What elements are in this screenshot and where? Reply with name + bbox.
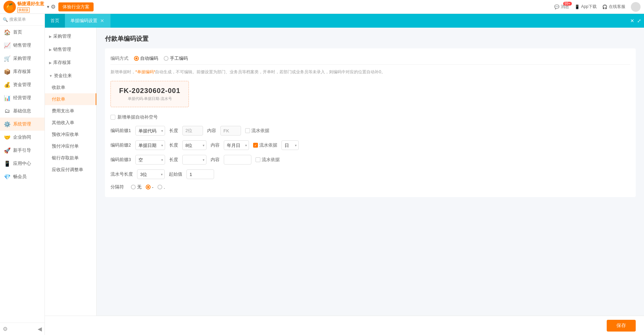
capital-arrow: ▼	[49, 74, 52, 78]
sidebar-search[interactable]: 🔍 搜索菜单	[0, 14, 45, 26]
inventory-arrow: ▶	[49, 61, 52, 65]
sep-dash[interactable]: -	[146, 185, 153, 190]
radio-auto-circle	[134, 56, 139, 61]
sidebar-item-home[interactable]: 🏠 首页	[0, 26, 45, 39]
sidebar-item-corp[interactable]: 🤝 企业协同	[0, 131, 45, 144]
app-icon: 📱	[575, 4, 580, 9]
sidebar-item-sales[interactable]: 📈 销售管理	[0, 39, 45, 52]
sub-item-payment[interactable]: 付款单	[45, 93, 96, 105]
serial-length-wrapper: 3位 4位 5位 6位 ▾	[137, 169, 165, 179]
sep-dot-circle	[157, 185, 162, 189]
trial-button[interactable]: 体验行业方案	[58, 2, 94, 11]
service-icon: 🎧	[602, 4, 607, 9]
tab-home[interactable]: 首页	[45, 14, 65, 28]
prefix3-select-wrapper: 空 单据代码 部门 业务员 ▾	[135, 155, 165, 165]
sidebar-item-member[interactable]: 💎 畅会员	[0, 170, 45, 183]
prefix2-select[interactable]: 单据日期 部门 业务员 空	[135, 140, 165, 150]
prefix2-flowing-checkbox[interactable]: ✓	[253, 143, 258, 148]
tab-encoding[interactable]: 单据编码设置 ✕	[65, 14, 110, 28]
sub-group-inventory-header[interactable]: ▶ 库存核算	[45, 57, 96, 68]
message-icon: 💬	[554, 4, 559, 9]
prefix1-content-input	[220, 126, 241, 136]
save-button[interactable]: 保存	[607, 320, 636, 332]
prefix3-length-select[interactable]	[182, 155, 206, 165]
sub-group-sales-header[interactable]: ▶ 销售管理	[45, 44, 96, 55]
radio-manual[interactable]: 手工编码	[164, 55, 188, 62]
tabbar-fullscreen-btn[interactable]: ⤢	[637, 18, 641, 24]
sidebar-item-inventory[interactable]: 📦 库存核算	[0, 65, 45, 78]
sidebar-item-purchase[interactable]: 🛒 采购管理	[0, 52, 45, 65]
tab-close-btn[interactable]: ✕	[99, 18, 105, 24]
prefix2-select-wrapper: 单据日期 部门 业务员 空 ▾	[135, 140, 165, 150]
guide-icon: 🚀	[4, 147, 10, 153]
serial-length-select[interactable]: 3位 4位 5位 6位	[137, 169, 165, 179]
auto-fill-checkbox[interactable]	[110, 115, 115, 120]
sidebar-item-guide[interactable]: 🚀 新手引导	[0, 144, 45, 157]
right-panel: 首页 单据编码设置 ✕ ✕ ⤢ ▶ 采购管理	[45, 14, 644, 335]
sidebar-item-apps[interactable]: 📱 应用中心	[0, 157, 45, 170]
prefix3-flowing: 流水依据	[256, 157, 280, 163]
prefix3-length-wrapper: ▾	[182, 155, 206, 165]
sub-group-purchase: ▶ 采购管理	[45, 30, 96, 42]
sub-group-inventory: ▶ 库存核算	[45, 57, 96, 68]
serial-row: 流水号长度 3位 4位 5位 6位 ▾ 起始值	[110, 169, 630, 179]
topbar-left: 🍊 畅捷通好生意 旗舰版 ▾ ⚙ 体验行业方案	[3, 1, 94, 13]
code-preview-sub: 单据代码-单据日期-流水号	[119, 96, 180, 101]
sub-item-expense[interactable]: 费用支出单	[45, 105, 96, 117]
prefix2-row: 编码前缀2 单据日期 部门 业务员 空 ▾ 长度	[110, 140, 630, 150]
prefix1-flowing: 流水依据	[245, 128, 269, 134]
sidebar-item-base[interactable]: 🗂 基础信息	[0, 104, 45, 118]
system-icon: ⚙️	[4, 121, 10, 127]
bottom-bar: 保存	[45, 316, 644, 335]
sub-sidebar: ▶ 采购管理 ▶ 销售管理 ▶ 库存核算	[45, 28, 97, 316]
prefix1-length-input	[182, 126, 203, 136]
app-download-btn[interactable]: 📱 App下载	[575, 4, 597, 10]
topbar-dropdown-btn[interactable]: ▾	[47, 4, 49, 9]
message-btn[interactable]: 💬 消息 99+	[554, 4, 569, 10]
sidebar-item-finance[interactable]: 💰 资金管理	[0, 78, 45, 91]
member-icon: 💎	[4, 174, 10, 180]
prefix2-content-select[interactable]: 年月日 年月 年	[224, 140, 249, 150]
sub-group-purchase-header[interactable]: ▶ 采购管理	[45, 30, 96, 42]
sub-group-capital-header[interactable]: ▼ 资金往来	[45, 70, 96, 82]
sidebar-nav: 🏠 首页 📈 销售管理 🛒 采购管理 📦 库存核算 💰 资金管理 📊 经	[0, 26, 45, 323]
sidebar: 🔍 搜索菜单 🏠 首页 📈 销售管理 🛒 采购管理 📦 库存核算 💰	[0, 14, 45, 335]
encoding-section: 编码方式 自动编码 手工编码	[105, 48, 636, 197]
sub-item-payable-adjust[interactable]: 应收应付调整单	[45, 164, 96, 176]
prefix1-flowing-checkbox[interactable]	[245, 128, 250, 133]
encoding-method-row: 编码方式 自动编码 手工编码	[110, 53, 630, 65]
sep-dash-circle	[146, 185, 151, 189]
sidebar-settings-btn[interactable]: ⚙	[3, 326, 8, 332]
avatar[interactable]	[631, 2, 641, 12]
sep-dot[interactable]: .	[157, 185, 165, 190]
prefix3-flowing-checkbox[interactable]	[256, 157, 260, 162]
logo: 🍊 畅捷通好生意 旗舰版	[3, 1, 44, 13]
encoding-radio-group: 自动编码 手工编码	[134, 55, 188, 62]
sidebar-collapse-btn[interactable]: ◀	[38, 326, 42, 332]
prefix2-period-select[interactable]: 日 月 年	[281, 140, 299, 150]
sub-item-prepaid-receipt[interactable]: 预收冲应收单	[45, 129, 96, 140]
topbar-settings-btn[interactable]: ⚙	[51, 3, 56, 10]
sidebar-item-ops[interactable]: 📊 经营管理	[0, 91, 45, 104]
sub-group-sales: ▶ 销售管理	[45, 44, 96, 55]
online-service-btn[interactable]: 🎧 在线客服	[602, 4, 625, 10]
sidebar-bottom: ⚙ ◀	[0, 323, 45, 335]
radio-auto[interactable]: 自动编码	[134, 55, 158, 62]
sidebar-item-system[interactable]: ⚙️ 系统管理	[0, 118, 45, 131]
finance-icon: 💰	[4, 82, 10, 88]
prefix2-length-select[interactable]: 8位 6位 4位	[182, 140, 206, 150]
sub-group-capital: ▼ 资金往来 收款单 付款单 费用支出单 其他收入单 预收冲应收单 预付冲应付单…	[45, 70, 96, 176]
prefix3-select[interactable]: 空 单据代码 部门 业务员	[135, 155, 165, 165]
sep-none[interactable]: 无	[131, 184, 142, 190]
prefix3-content-input[interactable]	[224, 155, 251, 165]
prefix1-select[interactable]: 单据代码 部门 业务员 空	[135, 126, 165, 136]
tabbar-close-btn[interactable]: ✕	[630, 18, 634, 24]
search-icon: 🔍	[3, 17, 8, 22]
sub-item-other-income[interactable]: 其他收入单	[45, 117, 96, 129]
ops-icon: 📊	[4, 95, 10, 101]
sub-item-receipt[interactable]: 收款单	[45, 82, 96, 93]
sub-item-bank-deposit[interactable]: 银行存取款单	[45, 152, 96, 164]
sub-item-prepaid-payment[interactable]: 预付冲应付单	[45, 140, 96, 152]
prefix1-select-wrapper: 单据代码 部门 业务员 空 ▾	[135, 126, 165, 136]
start-value-input[interactable]	[186, 169, 214, 179]
